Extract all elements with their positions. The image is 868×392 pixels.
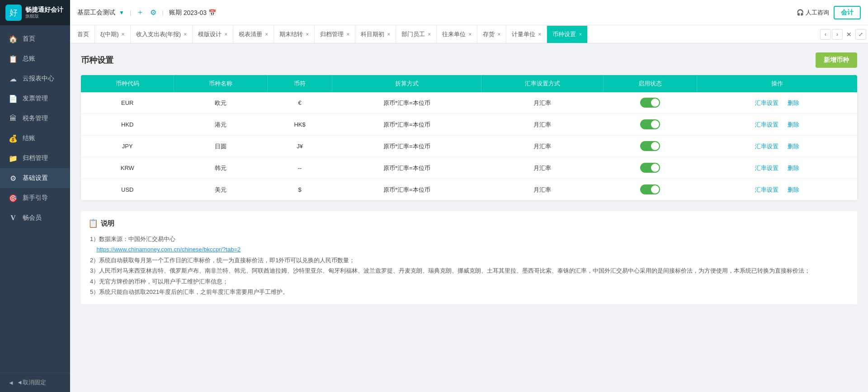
- tab-home[interactable]: 首页: [72, 26, 95, 43]
- delete-link-1[interactable]: 删除: [788, 121, 799, 128]
- add-project-icon[interactable]: ＋: [137, 8, 144, 17]
- rate-setting-link-3[interactable]: 汇率设置: [755, 165, 778, 171]
- tab-dept-close[interactable]: ×: [428, 31, 431, 38]
- notes-item-0: 1）数据来源：中国外汇交易中心: [88, 234, 850, 244]
- delete-link-2[interactable]: 删除: [788, 143, 799, 150]
- sidebar-label-home: 首页: [23, 35, 35, 43]
- toggle-enabled-3[interactable]: [640, 163, 660, 173]
- sidebar-item-ledger[interactable]: 📋 总账: [0, 49, 70, 69]
- tab-next-arrow[interactable]: ›: [832, 29, 843, 40]
- account-type-button[interactable]: 会计: [834, 6, 861, 19]
- new-currency-button[interactable]: 新增币种: [816, 52, 857, 68]
- toggle-enabled-1[interactable]: [640, 119, 660, 129]
- period-value[interactable]: 2023-03: [184, 9, 207, 16]
- topbar: 基层工会测试 ▼ | ＋ ⚙ | 账期 2023-03 📅 🎧 人工咨询 会计: [70, 0, 868, 25]
- topbar-divider1: |: [130, 9, 131, 16]
- calendar-icon[interactable]: 📅: [208, 9, 216, 16]
- tab-midterm[interactable]: ξ(中期) ×: [95, 26, 131, 43]
- rate-setting-link-4[interactable]: 汇率设置: [755, 186, 778, 193]
- col-symbol: 币符: [267, 75, 332, 92]
- sidebar-item-archive[interactable]: 📁 归档管理: [0, 148, 70, 168]
- cell-calc-2: 原币*汇率=本位币: [332, 136, 481, 157]
- tab-inventory-close[interactable]: ×: [497, 31, 500, 38]
- notes-title-bar: 📋 说明: [88, 218, 850, 228]
- tab-midterm-close[interactable]: ×: [121, 31, 124, 38]
- sidebar-item-tax[interactable]: 🏛 税务管理: [0, 109, 70, 128]
- tab-currency[interactable]: 币种设置 ×: [547, 26, 588, 43]
- cell-toggle-3[interactable]: [604, 157, 697, 179]
- tab-currency-close[interactable]: ×: [579, 31, 582, 38]
- tab-period-close[interactable]: 期末结转 ×: [274, 26, 315, 43]
- toggle-enabled-0[interactable]: [640, 98, 660, 108]
- rate-setting-link-2[interactable]: 汇率设置: [755, 143, 778, 150]
- tab-subject[interactable]: 科目期初 ×: [355, 26, 396, 43]
- cell-symbol-1: HK$: [267, 114, 332, 136]
- cell-symbol-3: --: [267, 157, 332, 179]
- cell-toggle-0[interactable]: [604, 92, 697, 114]
- tab-annual[interactable]: 收入支出表(年报) ×: [131, 26, 193, 43]
- tax-icon: 🏛: [8, 113, 18, 123]
- cell-code-1: HKD: [81, 114, 174, 136]
- tab-archive-close[interactable]: ×: [346, 31, 349, 38]
- notes-item-4: 4）无官方牌价的币种，可以用户手工维护汇率信息；: [88, 276, 850, 287]
- cell-toggle-4[interactable]: [604, 179, 697, 201]
- toggle-enabled-2[interactable]: [640, 141, 660, 151]
- notes-section: 📋 说明 1）数据来源：中国外汇交易中心 https://www.chinamo…: [81, 211, 857, 304]
- tab-subject-close[interactable]: ×: [387, 31, 390, 38]
- sidebar-item-member[interactable]: V 畅会员: [0, 208, 70, 228]
- tab-inventory[interactable]: 存货 ×: [477, 26, 506, 43]
- tab-expand[interactable]: ⤢: [855, 29, 866, 40]
- tab-archive-mgmt[interactable]: 归档管理 ×: [315, 26, 355, 43]
- delete-link-0[interactable]: 删除: [788, 99, 799, 106]
- settings-gear-icon[interactable]: ⚙: [150, 8, 156, 17]
- tab-inventory-label: 存货: [483, 30, 495, 38]
- topbar-right: 🎧 人工咨询 会计: [797, 6, 861, 19]
- cell-rate-1: 月汇率: [481, 114, 604, 136]
- toggle-enabled-4[interactable]: [640, 184, 660, 194]
- tab-period-close-x[interactable]: ×: [306, 31, 309, 38]
- tab-customer-close[interactable]: ×: [468, 31, 472, 38]
- delete-link-3[interactable]: 删除: [788, 165, 799, 171]
- sidebar-toggle-pin[interactable]: ◄ ◄取消固定: [0, 373, 70, 392]
- sidebar-item-guide[interactable]: 🎯 新手引导: [0, 188, 70, 208]
- sidebar-label-member: 畅会员: [23, 214, 42, 222]
- cell-toggle-2[interactable]: [604, 136, 697, 157]
- project-name[interactable]: 基层工会测试: [77, 9, 115, 17]
- app-subtitle: 旗舰版: [25, 13, 63, 19]
- tab-close-all[interactable]: ✕: [844, 29, 854, 40]
- tab-template[interactable]: 模版设计 ×: [193, 26, 233, 43]
- sidebar-label-settings: 基础设置: [23, 174, 48, 182]
- delete-link-4[interactable]: 删除: [788, 186, 799, 193]
- cell-name-4: 美元: [174, 179, 268, 201]
- tab-tax-close[interactable]: ×: [265, 31, 268, 38]
- support-button[interactable]: 🎧 人工咨询: [797, 9, 829, 17]
- sidebar-label-invoice: 发票管理: [23, 94, 48, 103]
- sidebar-item-reports[interactable]: ☁ 云报表中心: [0, 69, 70, 89]
- sidebar-item-settings[interactable]: ⚙ 基础设置: [0, 168, 70, 188]
- cell-symbol-0: €: [267, 92, 332, 114]
- sidebar-item-home[interactable]: 🏠 首页: [0, 29, 70, 49]
- tab-dept[interactable]: 部门员工 ×: [396, 26, 437, 43]
- project-dropdown-icon[interactable]: ▼: [119, 9, 124, 16]
- tab-annual-close[interactable]: ×: [184, 31, 187, 38]
- ledger-icon: 📋: [8, 54, 18, 64]
- tabbar-controls: ‹ › ✕ ⤢: [820, 29, 866, 40]
- sidebar-item-settlement[interactable]: 💰 结账: [0, 128, 70, 148]
- cell-toggle-1[interactable]: [604, 114, 697, 136]
- notes-link[interactable]: https://www.chinamoney.com.cn/chinese/bk…: [96, 246, 241, 253]
- archive-icon: 📁: [8, 153, 18, 163]
- app-title: 畅捷通好会计: [25, 6, 63, 14]
- notes-icon: 📋: [88, 218, 98, 228]
- tab-currency-label: 币种设置: [552, 30, 576, 38]
- tab-customer-label: 往来单位: [442, 30, 466, 38]
- tab-unit-close[interactable]: ×: [538, 31, 541, 38]
- tab-customer[interactable]: 往来单位 ×: [437, 26, 477, 43]
- tab-tax[interactable]: 税表清册 ×: [233, 26, 274, 43]
- sidebar-item-invoice[interactable]: 📄 发票管理: [0, 89, 70, 109]
- rate-setting-link-1[interactable]: 汇率设置: [755, 121, 778, 128]
- rate-setting-link-0[interactable]: 汇率设置: [755, 99, 778, 106]
- sidebar-label-settlement: 结账: [23, 134, 35, 142]
- tab-prev-arrow[interactable]: ‹: [820, 29, 831, 40]
- tab-template-close[interactable]: ×: [224, 31, 227, 38]
- tab-unit[interactable]: 计量单位 ×: [506, 26, 547, 43]
